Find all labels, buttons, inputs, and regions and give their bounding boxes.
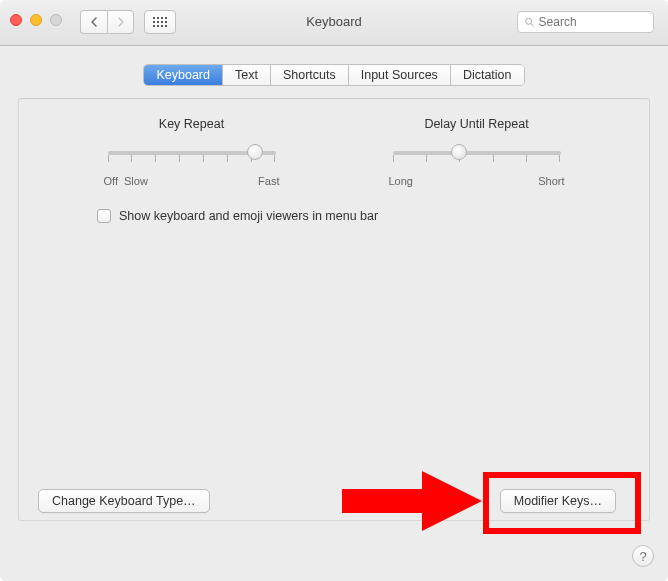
chevron-right-icon xyxy=(117,17,125,27)
show-viewers-label: Show keyboard and emoji viewers in menu … xyxy=(119,209,378,223)
tab-dictation[interactable]: Dictation xyxy=(451,65,524,85)
slider-knob[interactable] xyxy=(247,144,263,160)
titlebar: Keyboard xyxy=(0,0,668,46)
show-viewers-row: Show keyboard and emoji viewers in menu … xyxy=(97,209,649,223)
close-window-button[interactable] xyxy=(10,14,22,26)
search-field[interactable] xyxy=(517,11,654,33)
delay-repeat-slider[interactable] xyxy=(387,141,567,175)
label-slow: Slow xyxy=(118,175,258,187)
minimize-window-button[interactable] xyxy=(30,14,42,26)
zoom-window-button xyxy=(50,14,62,26)
tab-input-sources[interactable]: Input Sources xyxy=(349,65,451,85)
change-keyboard-type-button[interactable]: Change Keyboard Type… xyxy=(38,489,210,513)
back-button[interactable] xyxy=(80,10,107,34)
delay-repeat-block: Delay Until Repeat Long Short xyxy=(387,117,567,187)
grid-icon xyxy=(153,17,167,27)
svg-line-1 xyxy=(531,24,533,26)
tab-bar: Keyboard Text Shortcuts Input Sources Di… xyxy=(143,64,524,86)
modifier-keys-button[interactable]: Modifier Keys… xyxy=(500,489,616,513)
show-all-button[interactable] xyxy=(144,10,176,34)
show-viewers-checkbox[interactable] xyxy=(97,209,111,223)
key-repeat-block: Key Repeat Off Slow Fast xyxy=(102,117,282,187)
content-area: Keyboard Text Shortcuts Input Sources Di… xyxy=(0,46,668,581)
sliders-row: Key Repeat Off Slow Fast xyxy=(19,99,649,187)
traffic-lights xyxy=(10,14,62,26)
slider-labels: Long Short xyxy=(387,175,567,187)
label-fast: Fast xyxy=(258,175,279,187)
label-long: Long xyxy=(389,175,413,187)
tab-keyboard[interactable]: Keyboard xyxy=(144,65,223,85)
slider-labels: Off Slow Fast xyxy=(102,175,282,187)
forward-button[interactable] xyxy=(107,10,134,34)
search-icon xyxy=(524,16,535,28)
help-button[interactable]: ? xyxy=(632,545,654,567)
delay-repeat-title: Delay Until Repeat xyxy=(387,117,567,131)
keyboard-panel: Key Repeat Off Slow Fast xyxy=(18,98,650,521)
tab-text[interactable]: Text xyxy=(223,65,271,85)
chevron-left-icon xyxy=(90,17,98,27)
search-input[interactable] xyxy=(539,15,647,29)
tab-shortcuts[interactable]: Shortcuts xyxy=(271,65,349,85)
prefs-window: Keyboard Keyboard Text Shortcuts Input S… xyxy=(0,0,668,581)
slider-knob[interactable] xyxy=(451,144,467,160)
label-off: Off xyxy=(104,175,118,187)
nav-buttons xyxy=(80,10,134,34)
label-short: Short xyxy=(538,175,564,187)
slider-ticks xyxy=(393,155,561,163)
key-repeat-slider[interactable] xyxy=(102,141,282,175)
key-repeat-title: Key Repeat xyxy=(102,117,282,131)
